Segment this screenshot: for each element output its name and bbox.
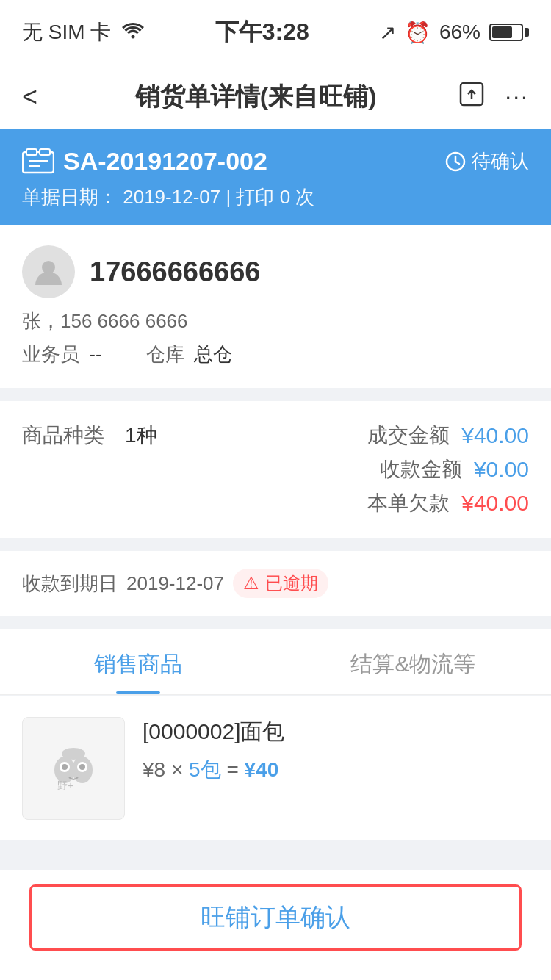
due-date-label: 收款到期日 <box>22 571 118 597</box>
svg-text:野+: 野+ <box>57 779 73 790</box>
product-logo-icon: 野+ <box>44 746 103 790</box>
avatar <box>22 245 75 298</box>
warning-icon: ⚠ <box>243 573 259 594</box>
tab-products[interactable]: 销售商品 <box>0 629 276 694</box>
divider-3 <box>0 617 551 629</box>
svg-rect-5 <box>40 149 50 155</box>
overdue-badge: ⚠ 已逾期 <box>233 569 328 598</box>
status-bar: 无 SIM 卡 下午3:28 ↗ ⏰ 66% <box>0 0 551 65</box>
share-icon[interactable] <box>459 82 484 112</box>
alarm-icon: ⏰ <box>405 21 431 45</box>
warehouse-info: 仓库 总仓 <box>146 342 232 367</box>
confirm-btn-wrap: 旺铺订单确认 <box>0 870 551 980</box>
svg-point-17 <box>79 764 85 770</box>
product-details: [0000002]面包 ¥8 × 5包 = ¥40 <box>143 717 529 784</box>
status-left: 无 SIM 卡 <box>22 18 145 46</box>
svg-point-0 <box>132 35 135 38</box>
order-icon <box>22 148 54 175</box>
clock-icon <box>445 151 466 172</box>
customer-name: 张，156 6666 6666 <box>22 309 529 334</box>
divider-2 <box>0 539 551 551</box>
svg-rect-4 <box>26 149 37 155</box>
svg-point-16 <box>62 764 68 770</box>
page-title: 销货单详情(来自旺铺) <box>52 80 459 114</box>
location-icon: ↗ <box>379 21 396 45</box>
svg-point-18 <box>62 748 85 760</box>
confirm-order-button[interactable]: 旺铺订单确认 <box>29 884 522 951</box>
amount-row: 成交金额 ¥40.00 <box>367 422 529 450</box>
divider-1 <box>0 389 551 401</box>
customer-phone[interactable]: 17666666666 <box>90 256 260 288</box>
order-date: 单据日期： 2019-12-07 | 打印 0 次 <box>22 184 529 210</box>
product-section: 野+ [0000002]面包 ¥8 × 5包 = ¥40 <box>0 696 551 840</box>
carrier-label: 无 SIM 卡 <box>22 18 111 46</box>
summary-card: 商品种类 1种 成交金额 ¥40.00 收款金额 ¥0.00 本单欠款 ¥40.… <box>0 401 551 538</box>
order-status: 待确认 <box>445 148 529 174</box>
battery-icon <box>489 24 529 41</box>
nav-actions: ··· <box>459 82 529 112</box>
order-number: SA-20191207-002 <box>22 147 267 176</box>
tab-settlement[interactable]: 结算&物流等 <box>276 629 551 694</box>
nav-bar: < 销货单详情(来自旺铺) ··· <box>0 65 551 129</box>
back-button[interactable]: < <box>22 82 52 112</box>
status-right: ↗ ⏰ 66% <box>379 21 529 45</box>
sales-info: 业务员 -- <box>22 342 102 367</box>
product-name: [0000002]面包 <box>143 717 529 747</box>
customer-card: 17666666666 张，156 6666 6666 业务员 -- 仓库 总仓 <box>0 225 551 388</box>
wifi-icon <box>121 21 145 45</box>
more-icon[interactable]: ··· <box>505 83 529 110</box>
product-thumbnail: 野+ <box>22 717 125 820</box>
order-header: SA-20191207-002 待确认 单据日期： 2019-12-07 | 打… <box>0 129 551 225</box>
due-date-value: 2019-12-07 <box>126 572 224 595</box>
svg-line-10 <box>455 162 459 164</box>
battery-label: 66% <box>439 21 480 44</box>
summary-amounts: 成交金额 ¥40.00 收款金额 ¥0.00 本单欠款 ¥40.00 <box>367 422 529 517</box>
product-price: ¥8 × 5包 = ¥40 <box>143 756 529 784</box>
customer-meta: 业务员 -- 仓库 总仓 <box>22 342 529 367</box>
balance-row: 本单欠款 ¥40.00 <box>367 489 529 517</box>
tabs-bar: 销售商品 结算&物流等 <box>0 629 551 695</box>
status-time: 下午3:28 <box>215 16 309 48</box>
due-date-card: 收款到期日 2019-12-07 ⚠ 已逾期 <box>0 551 551 616</box>
received-row: 收款金额 ¥0.00 <box>380 455 529 483</box>
